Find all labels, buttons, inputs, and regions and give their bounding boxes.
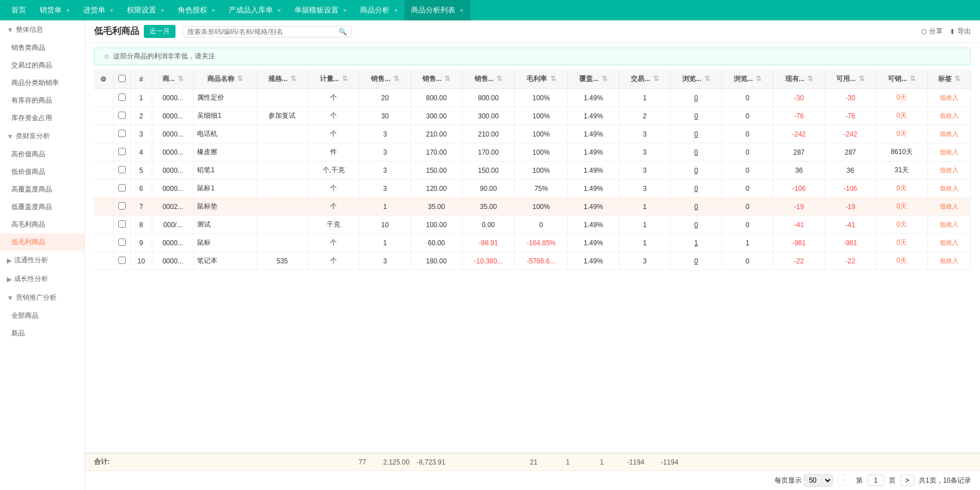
col-code[interactable]: 商... ⇅ bbox=[152, 70, 194, 89]
nav-permission-close[interactable]: × bbox=[161, 7, 164, 14]
col-view1[interactable]: 浏览... ⇅ bbox=[670, 70, 722, 89]
nav-role[interactable]: 角色授权 × bbox=[171, 0, 222, 20]
sidebar-item-sales-goods[interactable]: 销售类商品 bbox=[0, 39, 84, 57]
cell-checkbox-1[interactable] bbox=[113, 107, 130, 125]
nav-goods-analysis[interactable]: 商品分析 × bbox=[353, 0, 404, 20]
view1-link-7[interactable]: 0 bbox=[694, 221, 698, 229]
cell-settings-4[interactable] bbox=[94, 161, 113, 180]
cell-settings-1[interactable] bbox=[94, 107, 113, 125]
sidebar-section-liquidity[interactable]: ▶ 流通性分析 bbox=[0, 251, 84, 270]
sidebar-section-overall[interactable]: ▼ 整体信息 bbox=[0, 20, 84, 39]
cell-checkbox-5[interactable] bbox=[113, 180, 130, 198]
sidebar-item-capital[interactable]: 库存资金占用 bbox=[0, 109, 84, 127]
cell-view1-2[interactable]: 0 bbox=[670, 125, 722, 143]
view1-link-1[interactable]: 0 bbox=[694, 112, 698, 120]
col-trade[interactable]: 交易... ⇅ bbox=[619, 70, 670, 89]
cell-view1-9[interactable]: 0 bbox=[670, 252, 722, 270]
cell-view1-0[interactable]: 0 bbox=[670, 89, 722, 107]
sidebar-item-low-coverage[interactable]: 低覆盖度商品 bbox=[0, 198, 84, 216]
nav-goods-analysis-list[interactable]: 商品分析列表 × bbox=[404, 0, 470, 20]
cell-view1-6[interactable]: 0 bbox=[670, 198, 722, 216]
cell-view1-5[interactable]: 0 bbox=[670, 180, 722, 198]
col-sale-price[interactable]: 销售... ⇅ bbox=[410, 70, 462, 89]
cell-settings-2[interactable] bbox=[94, 125, 113, 143]
sidebar-item-high-margin[interactable]: 高毛利商品 bbox=[0, 216, 84, 233]
col-current-stock[interactable]: 现有... ⇅ bbox=[773, 70, 825, 89]
prev-page-button[interactable]: < bbox=[837, 475, 851, 486]
cell-view1-3[interactable]: 0 bbox=[670, 143, 722, 161]
nav-template-close[interactable]: × bbox=[343, 7, 346, 14]
view1-link-0[interactable]: 0 bbox=[694, 94, 698, 102]
col-sale-qty[interactable]: 销售... ⇅ bbox=[360, 70, 411, 89]
col-sale-amount[interactable]: 销售... ⇅ bbox=[462, 70, 515, 89]
nav-home[interactable]: 首页 bbox=[5, 0, 33, 20]
export-button[interactable]: ⬆ 导出 bbox=[949, 27, 971, 36]
cell-checkbox-3[interactable] bbox=[113, 143, 130, 161]
col-tag[interactable]: 标签 ⇅ bbox=[927, 70, 970, 89]
col-checkbox[interactable] bbox=[113, 70, 130, 89]
sidebar-item-low-margin[interactable]: 低毛利商品 bbox=[0, 233, 84, 251]
sidebar-item-traded-goods[interactable]: 交易过的商品 bbox=[0, 57, 84, 74]
row-checkbox-2[interactable] bbox=[118, 130, 126, 137]
view1-link-5[interactable]: 0 bbox=[694, 185, 698, 193]
sidebar-item-all-goods[interactable]: 全部商品 bbox=[0, 307, 84, 325]
sidebar-section-growth[interactable]: ▶ 成长性分析 bbox=[0, 270, 84, 288]
view1-link-9[interactable]: 0 bbox=[694, 257, 698, 265]
col-name[interactable]: 商品名称 ⇅ bbox=[194, 70, 256, 89]
cell-settings-3[interactable] bbox=[94, 143, 113, 161]
cell-settings-9[interactable] bbox=[94, 252, 113, 270]
view1-link-4[interactable]: 0 bbox=[694, 167, 698, 174]
nav-purchase-close[interactable]: × bbox=[110, 7, 113, 14]
cell-view1-4[interactable]: 0 bbox=[670, 161, 722, 180]
row-checkbox-1[interactable] bbox=[118, 112, 126, 119]
sidebar-item-stocked-goods[interactable]: 有库存的商品 bbox=[0, 92, 84, 109]
row-checkbox-7[interactable] bbox=[118, 220, 126, 228]
cell-settings-8[interactable] bbox=[94, 234, 113, 252]
nav-goods-analysis-close[interactable]: × bbox=[394, 7, 397, 14]
cell-checkbox-4[interactable] bbox=[113, 161, 130, 180]
next-page-button[interactable]: > bbox=[900, 475, 914, 486]
time-filter-button[interactable]: 近一月 bbox=[144, 25, 176, 38]
col-unit[interactable]: 计量... ⇅ bbox=[308, 70, 360, 89]
col-view2[interactable]: 浏览... ⇅ bbox=[722, 70, 773, 89]
nav-product-inbound[interactable]: 产成品入库单 × bbox=[222, 0, 288, 20]
row-checkbox-8[interactable] bbox=[118, 238, 126, 246]
cell-view1-7[interactable]: 0 bbox=[670, 216, 722, 234]
cell-settings-6[interactable] bbox=[94, 198, 113, 216]
sidebar-item-new-goods[interactable]: 新品 bbox=[0, 325, 84, 342]
col-gross-margin[interactable]: 毛利率 ⇅ bbox=[515, 70, 568, 89]
nav-goods-analysis-list-close[interactable]: × bbox=[460, 7, 463, 14]
nav-permission[interactable]: 权限设置 × bbox=[120, 0, 171, 20]
cell-checkbox-0[interactable] bbox=[113, 89, 130, 107]
cell-checkbox-2[interactable] bbox=[113, 125, 130, 143]
nav-product-inbound-close[interactable]: × bbox=[277, 7, 281, 14]
cell-settings-5[interactable] bbox=[94, 180, 113, 198]
row-checkbox-3[interactable] bbox=[118, 148, 126, 155]
sidebar-section-marketing[interactable]: ▼ 营销推广分析 bbox=[0, 288, 84, 307]
view1-link-3[interactable]: 0 bbox=[694, 148, 698, 156]
cell-checkbox-9[interactable] bbox=[113, 252, 130, 270]
row-checkbox-6[interactable] bbox=[118, 202, 126, 210]
search-input[interactable] bbox=[187, 28, 336, 36]
sidebar-section-wealth[interactable]: ▼ 类财富分析 bbox=[0, 127, 84, 146]
view1-link-8[interactable]: 1 bbox=[694, 239, 698, 247]
col-settings[interactable]: ⚙ bbox=[94, 70, 113, 89]
sidebar-item-low-value[interactable]: 低价值商品 bbox=[0, 163, 84, 181]
view1-link-6[interactable]: 0 bbox=[694, 203, 698, 211]
select-all-checkbox[interactable] bbox=[118, 75, 126, 82]
nav-sales-close[interactable]: × bbox=[66, 7, 70, 14]
nav-purchase[interactable]: 进货单 × bbox=[76, 0, 120, 20]
search-icon[interactable]: 🔍 bbox=[339, 28, 347, 36]
row-checkbox-9[interactable] bbox=[118, 257, 126, 264]
nav-template[interactable]: 单据模板设置 × bbox=[288, 0, 353, 20]
sidebar-item-high-coverage[interactable]: 高覆盖度商品 bbox=[0, 181, 84, 198]
per-page-select[interactable]: 50 100 200 bbox=[804, 474, 833, 487]
col-coverage[interactable]: 覆盖... ⇅ bbox=[568, 70, 619, 89]
cell-checkbox-8[interactable] bbox=[113, 234, 130, 252]
row-checkbox-5[interactable] bbox=[118, 184, 126, 191]
row-checkbox-0[interactable] bbox=[118, 93, 126, 101]
col-available[interactable]: 可用... ⇅ bbox=[825, 70, 876, 89]
nav-role-close[interactable]: × bbox=[212, 7, 215, 14]
cell-checkbox-7[interactable] bbox=[113, 216, 130, 234]
cell-settings-0[interactable] bbox=[94, 89, 113, 107]
